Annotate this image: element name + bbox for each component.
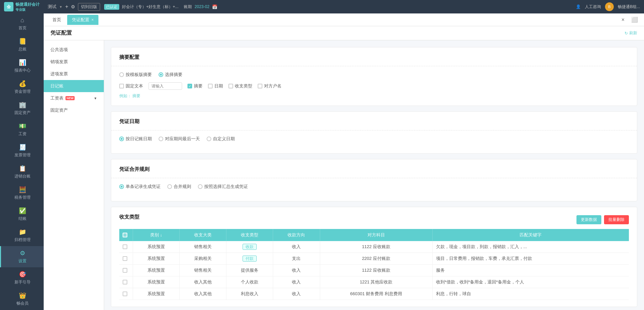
refresh-button[interactable]: ↻ 刷新 [625,30,637,36]
table-header-checkbox[interactable] [123,233,127,237]
sidebar-item-invoice[interactable]: 🧾 发票管理 [0,140,44,161]
tab-voucher-config[interactable]: 凭证配置 × [67,15,98,25]
period-label: 账期 [184,4,192,10]
old-version-button[interactable]: 切到旧版 [78,3,100,11]
radio-period-last[interactable]: 对应期间最后一天 [159,136,200,142]
sidebar-item-ledger[interactable]: 📒 总账 [0,34,44,55]
radio-template-dot [119,72,124,77]
row-2-keywords: 服务 [432,265,629,276]
logo-icon: 会 [4,2,13,11]
row-checkbox-0[interactable] [123,244,127,249]
left-menu-journal[interactable]: 日记账 [44,80,104,92]
tab-close-icon[interactable]: × [91,17,94,22]
radio-merge-dot [167,184,172,189]
left-panel: 公共选项 销项发票 进项发票 日记账 工资表 NEW ▼ [44,40,104,310]
row-1-keywords: 项目，日常费用，报销款，车费，承兑汇票，付款 [432,253,629,265]
sidebar-item-home[interactable]: ⌂ 首页 [0,13,44,34]
company-dropdown-icon[interactable]: ▼ [59,5,62,9]
radio-single-dot [119,184,124,189]
left-menu-public[interactable]: 公共选项 [44,44,104,56]
checkbox-group: 固定文本 ✓ 摘要 日期 [119,82,629,90]
row-checkbox-4[interactable] [123,292,127,296]
right-panel: 摘要配置 按模板版摘要 选择摘要 [104,40,644,310]
row-1-type-tag[interactable]: 付款 [243,256,257,262]
sidebar-item-label: 总账 [18,46,27,52]
radio-select[interactable]: 选择摘要 [159,72,182,78]
tab-home-label: 首页 [52,17,61,23]
voucher-date-title: 凭证日期 [119,118,629,125]
username[interactable]: 畅捷通B组... [618,4,640,10]
fixed-text-input[interactable] [148,82,182,90]
left-menu-salary-table[interactable]: 工资表 NEW ▼ [44,92,104,104]
col-keywords: 匹配关键字 [432,229,629,241]
checkbox-type[interactable]: 收支类型 [228,83,252,89]
avatar: B [605,2,614,11]
report-icon: 📊 [19,59,26,66]
data-table: 类别 ↓ 收支大类 收支类型 收款方向 对方科目 匹配关键字 [119,229,629,300]
page-title: 凭证配置 [50,30,72,37]
page-header: 凭证配置 ↻ 刷新 [44,26,644,40]
sidebar-item-guide[interactable]: 🎯 新手引导 [0,267,44,288]
sidebar-item-salary[interactable]: 💵 工资 [0,119,44,140]
checkbox-date[interactable]: 日期 [208,83,223,89]
batch-delete-button[interactable]: 批量删除 [604,215,629,224]
tab-home[interactable]: 首页 [48,15,66,25]
row-checkbox-1[interactable] [123,256,127,261]
row-checkbox-3[interactable] [123,280,127,284]
row-4-major: 收入其他 [179,288,226,300]
radio-custom-date[interactable]: 自定义日期 [207,136,235,142]
sidebar-item-purchase[interactable]: 📋 进销台账 [0,161,44,183]
refresh-label: 刷新 [629,30,637,36]
gear-icon[interactable]: ⚙ [71,4,75,9]
tab-voucher-label: 凭证配置 [72,17,89,23]
sidebar-item-member[interactable]: 👑 畅会员 [0,288,44,310]
radio-merge[interactable]: 合并规则 [167,184,191,190]
sidebar-item-asset[interactable]: 🏢 固定资产 [0,98,44,119]
radio-single[interactable]: 单条记录生成凭证 [119,184,161,190]
income-expense-title: 收支类型 [119,214,139,220]
checkbox-summary[interactable]: ✓ 摘要 [187,83,203,89]
row-0-type-tag[interactable]: 收款 [243,244,257,250]
checkbox-fixed-text[interactable]: 固定文本 [119,83,143,89]
example-text: 例如： 摘要 [119,93,629,99]
sidebar-item-fund[interactable]: 💰 资金管理 [0,77,44,98]
row-2-direction: 收入 [273,265,320,276]
row-1-direction: 支出 [273,253,320,265]
sidebar-item-tax[interactable]: 🧮 税务管理 [0,183,44,204]
settle-icon: ✅ [19,207,26,215]
radio-template[interactable]: 按模板版摘要 [119,72,152,78]
row-checkbox-2[interactable] [123,268,127,273]
certified-badge: 已认证 [104,4,119,10]
radio-journal-date[interactable]: 按日记账日期 [119,136,152,142]
logo: 会 畅捷通好会计 专业版 [4,2,48,12]
calendar-icon[interactable]: 📅 [212,4,217,9]
fullscreen-button[interactable]: ⬜ [629,16,640,24]
col-category: 类别 ↓ [133,229,179,241]
sidebar-item-archive[interactable]: 📁 归档管理 [0,225,44,246]
left-menu-sales-invoice[interactable]: 销项发票 [44,56,104,68]
add-icon[interactable]: + [65,4,68,10]
sidebar-item-settings[interactable]: ⚙ 设置 [0,246,44,267]
close-window-button[interactable]: × [619,16,627,24]
topbar-center: 测试 ▼ + ⚙ 切到旧版 已认证 好会计（专）+好生意（标）+... 账期 2… [48,3,576,11]
page-content: 凭证配置 ↻ 刷新 公共选项 销项发票 进项发票 [44,26,644,310]
merge-rules-section: 凭证合并规则 单条记录生成凭证 合并规则 [111,159,637,201]
checkbox-date-box [208,84,213,88]
update-data-button[interactable]: 更新数据 [576,215,601,224]
left-menu-fixed-asset[interactable]: 固定资产 [44,104,104,116]
left-menu-fixed-asset-label: 固定资产 [50,107,68,113]
row-3-major: 收入其他 [179,276,226,288]
radio-summary-gen[interactable]: 按照选择汇总生成凭证 [198,184,248,190]
left-menu-purchase-invoice[interactable]: 进项发票 [44,68,104,80]
sidebar-item-report[interactable]: 📊 报表中心 [0,55,44,77]
summary-config-title: 摘要配置 [119,54,629,61]
sidebar-item-settle[interactable]: ✅ 结账 [0,204,44,225]
company-name[interactable]: 测试 [48,4,56,10]
row-3-keywords: 收到*借款，收到*备用金，退回*备用金，个人 [432,276,629,288]
checkbox-counterpart[interactable]: 对方户名 [258,83,282,89]
checkbox-fixed-text-box [119,84,124,88]
sidebar-item-label: 结账 [18,216,27,222]
radio-template-label: 按模板版摘要 [126,72,152,78]
consult-text[interactable]: 人工咨询 [585,4,601,10]
consult-icon: 👤 [576,4,581,9]
